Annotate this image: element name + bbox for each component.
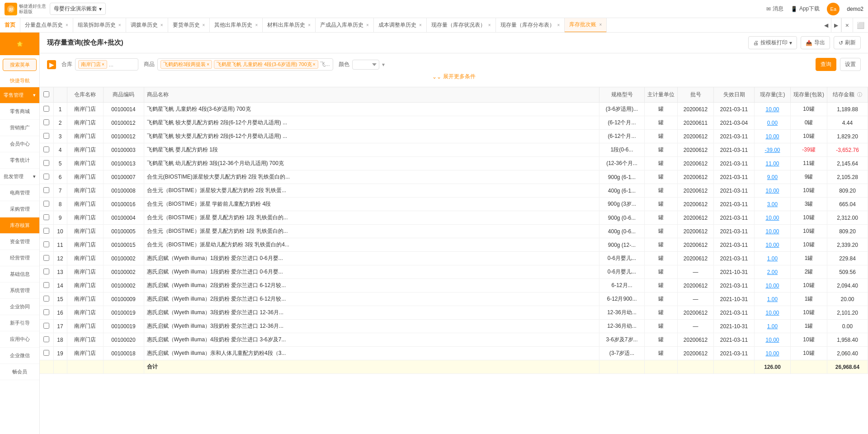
row-checkbox[interactable]: [43, 160, 49, 166]
sidebar-item-marketing[interactable]: 营销推广: [0, 120, 39, 136]
tab-chan-pin[interactable]: 产成品入库单历史 ×: [316, 18, 374, 33]
row-checkbox[interactable]: [43, 296, 49, 302]
tab-cheng-ben[interactable]: 成本调整单历史 ×: [374, 18, 427, 33]
expand-more-conditions[interactable]: ⌄⌄ 展开更多条件: [47, 71, 861, 82]
stock1-link[interactable]: 1.00: [767, 255, 778, 262]
stock1-link[interactable]: 10.00: [765, 215, 779, 221]
row-checkbox[interactable]: [43, 187, 49, 193]
messages-button[interactable]: ✉ 消息: [766, 5, 783, 13]
stock1-link[interactable]: 1.00: [767, 296, 778, 302]
refresh-button[interactable]: ↺ 刷新: [834, 36, 861, 49]
balance-info-icon[interactable]: ⓘ: [857, 92, 862, 97]
tab-qi-ta[interactable]: 其他出库单历史 ×: [210, 18, 263, 33]
stock1-link[interactable]: 3.00: [767, 201, 778, 208]
tab-xian-cun2[interactable]: 现存量（库存分布表） ×: [496, 18, 565, 33]
stock1-link[interactable]: 10.00: [765, 337, 779, 343]
stock1-link[interactable]: -39.00: [764, 147, 780, 153]
tab-pi-ci-close[interactable]: ×: [599, 22, 602, 27]
stock1-link[interactable]: 10.00: [765, 310, 779, 316]
warehouse-filter-input[interactable]: 南岸门店 × ...: [75, 58, 138, 71]
tab-pi-ci[interactable]: 库存批次账 ×: [565, 18, 607, 33]
stock1-link[interactable]: 0.00: [767, 120, 778, 126]
tab-home[interactable]: 首页: [0, 18, 20, 33]
stock1-link[interactable]: 10.00: [765, 188, 779, 194]
sidebar-item-apps[interactable]: 应用中心: [0, 331, 39, 348]
sidebar-item-retail[interactable]: 零售管理 ▾: [0, 87, 39, 104]
filter-expand-toggle[interactable]: ▶: [47, 60, 56, 69]
tab-yao-huo[interactable]: 要货单历史 ×: [168, 18, 210, 33]
export-button[interactable]: 📤 导出: [801, 36, 830, 49]
tab-qi-ta-close[interactable]: ×: [255, 23, 258, 28]
product-tag-1[interactable]: 飞鹤奶粉3段两提装 ×: [160, 60, 212, 69]
sidebar-item-purchase[interactable]: 采购管理: [0, 201, 39, 217]
tab-fen-pan-close[interactable]: ×: [66, 23, 68, 28]
product-filter-input[interactable]: 飞鹤奶粉3段两提装 × 飞鹤星飞帆 儿童奶粉 4段(3-6岁适用) 700克 ×…: [157, 58, 333, 71]
sidebar-item-system[interactable]: 系统管理: [0, 283, 39, 299]
stock1-link[interactable]: 10.00: [765, 228, 779, 235]
warehouse-tag-1-close[interactable]: ×: [102, 62, 104, 67]
tab-next-button[interactable]: ▶: [831, 18, 841, 33]
search-menu-button[interactable]: 搜索英单: [3, 59, 37, 71]
tab-xian-cun1-close[interactable]: ×: [488, 23, 491, 28]
tab-fen-pan[interactable]: 分量盘点单历史 ×: [20, 18, 73, 33]
product-more[interactable]: 飞...: [320, 61, 330, 68]
product-tag-1-close[interactable]: ×: [207, 62, 209, 67]
stock1-link[interactable]: 10.00: [765, 283, 779, 289]
tab-zu-chai[interactable]: 组装拆卸单历史 ×: [73, 18, 126, 33]
tab-cai-liao-close[interactable]: ×: [308, 23, 311, 28]
tab-zu-chai-close[interactable]: ×: [118, 23, 121, 28]
row-checkbox[interactable]: [43, 241, 49, 247]
tab-xian-cun2-close[interactable]: ×: [557, 23, 560, 28]
app-download-button[interactable]: 📱 App下载: [791, 5, 820, 13]
tab-xian-cun1[interactable]: 现存量（库存状况表） ×: [427, 18, 496, 33]
sidebar-item-stock[interactable]: 库存核算: [0, 217, 39, 234]
stock1-link[interactable]: 10.00: [765, 350, 779, 357]
sidebar-item-vip[interactable]: 畅会员: [0, 364, 39, 380]
settings-button[interactable]: 设置: [840, 58, 861, 71]
tab-tiao-bo[interactable]: 调拨单历史 ×: [126, 18, 168, 33]
user-avatar[interactable]: Ea: [827, 3, 840, 15]
stock1-link[interactable]: 9.00: [767, 174, 778, 180]
stock1-link[interactable]: 10.00: [765, 106, 779, 113]
tab-yao-huo-close[interactable]: ×: [203, 23, 205, 28]
row-checkbox[interactable]: [43, 269, 49, 274]
sidebar-item-biz[interactable]: 经营管理: [0, 250, 39, 266]
sidebar-item-mall[interactable]: 零售商城: [0, 104, 39, 120]
row-checkbox[interactable]: [43, 106, 49, 112]
select-all-checkbox[interactable]: [43, 91, 49, 97]
row-checkbox[interactable]: [43, 309, 49, 315]
row-checkbox[interactable]: [43, 282, 49, 288]
print-button[interactable]: 🖨 按模板打印 ▾: [748, 36, 797, 49]
warehouse-tag-1[interactable]: 南岸门店 ×: [78, 60, 107, 69]
row-checkbox[interactable]: [43, 228, 49, 234]
color-select[interactable]: [352, 60, 379, 70]
stock1-link[interactable]: 10.00: [765, 133, 779, 140]
sidebar-item-wechat[interactable]: 企业微信: [0, 348, 39, 364]
row-checkbox[interactable]: [43, 350, 49, 356]
sidebar-item-company[interactable]: 企业协同: [0, 299, 39, 315]
sidebar-item-finance[interactable]: 资金管理: [0, 234, 39, 250]
sidebar-item-wholesale[interactable]: 批发管理 ▾: [0, 169, 39, 185]
tab-cai-liao[interactable]: 材料出库单历史 ×: [263, 18, 316, 33]
row-checkbox[interactable]: [43, 214, 49, 220]
stock1-link[interactable]: 1.00: [767, 323, 778, 330]
tab-tiao-bo-close[interactable]: ×: [160, 23, 163, 28]
row-checkbox[interactable]: [43, 133, 49, 139]
row-checkbox[interactable]: [43, 119, 49, 125]
tab-maximize-button[interactable]: ⬜: [853, 18, 868, 33]
product-tag-2[interactable]: 飞鹤星飞帆 儿童奶粉 4段(3-6岁适用) 700克 ×: [214, 60, 318, 69]
warehouse-more[interactable]: ...: [109, 61, 113, 68]
product-tag-2-close[interactable]: ×: [313, 62, 316, 67]
stock1-link[interactable]: 2.00: [767, 269, 778, 275]
row-checkbox[interactable]: [43, 146, 49, 152]
row-checkbox[interactable]: [43, 174, 49, 179]
sidebar-item-ecom[interactable]: 电商管理: [0, 185, 39, 201]
query-button[interactable]: 查询: [816, 58, 836, 71]
sidebar-quick-nav-button[interactable]: 快捷导航: [0, 75, 39, 87]
stock1-link[interactable]: 10.00: [765, 242, 779, 248]
tab-cheng-ben-close[interactable]: ×: [419, 23, 422, 28]
sidebar-item-stat[interactable]: 零售统计: [0, 152, 39, 169]
row-checkbox[interactable]: [43, 336, 49, 342]
tab-chan-pin-close[interactable]: ×: [366, 23, 369, 28]
tab-prev-button[interactable]: ◀: [821, 18, 831, 33]
